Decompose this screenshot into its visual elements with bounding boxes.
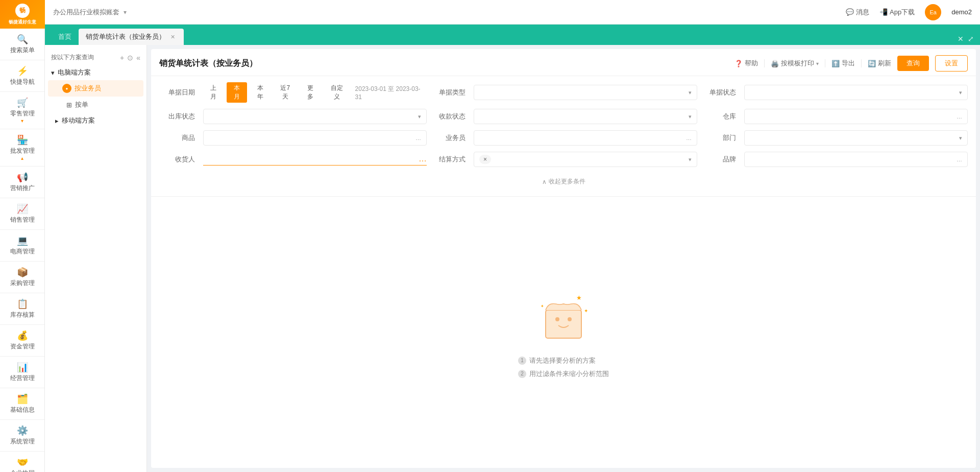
- date-btn-this-month[interactable]: 本月: [227, 82, 247, 103]
- stock-status-arrow: ▾: [418, 113, 421, 120]
- export-icon: ⬆️: [831, 60, 840, 67]
- query-button[interactable]: 查询: [897, 56, 929, 71]
- message-label: 消息: [856, 8, 869, 17]
- department-arrow: ▾: [959, 135, 962, 141]
- date-btn-this-year[interactable]: 本年: [250, 82, 271, 103]
- tab-report-label: 销货单统计表（按业务员）: [86, 32, 165, 41]
- mobile-section-arrow: ▸: [55, 117, 59, 125]
- refresh-button[interactable]: 🔄 刷新: [868, 59, 891, 68]
- date-btn-more[interactable]: 更多: [300, 82, 321, 103]
- brand-select[interactable]: …: [744, 152, 968, 167]
- message-button[interactable]: 💬 消息: [846, 8, 869, 17]
- page-title-bar: 销货单统计表（按业务员） ❓ 帮助 🖨️ 按模板打印 ▾ ⬆️: [151, 49, 976, 76]
- topbar-left: 办公用品行业模拟账套 ▾: [53, 8, 127, 17]
- sidebar-item-search[interactable]: 🔍 搜索菜单: [0, 29, 44, 60]
- sidebar-item-enterprise[interactable]: 🤝 企业协同: [0, 452, 44, 472]
- right-panel: 销货单统计表（按业务员） ❓ 帮助 🖨️ 按模板打印 ▾ ⬆️: [151, 49, 976, 468]
- user-avatar[interactable]: Ea: [925, 4, 941, 20]
- consignee-dots[interactable]: …: [419, 154, 427, 163]
- warehouse-select[interactable]: …: [744, 109, 968, 124]
- app-download-button[interactable]: 📲 App下载: [879, 8, 915, 17]
- tab-actions: ✕ ⤢: [958, 35, 974, 45]
- sidebar-basicinfo-label: 基础信息: [10, 406, 35, 414]
- panel-settings-icon[interactable]: ⊙: [127, 54, 133, 62]
- panel-item-order[interactable]: ⊞ 按单: [48, 97, 143, 113]
- panel-add-icon[interactable]: +: [120, 54, 124, 62]
- sidebar-item-wholesale[interactable]: 🏪 批发管理 ▴: [0, 129, 44, 167]
- topbar-right: 💬 消息 📲 App下载 Ea demo2: [846, 4, 972, 20]
- help-icon: ❓: [734, 60, 743, 67]
- settings-button[interactable]: 设置: [935, 55, 968, 72]
- consignee-input[interactable]: [203, 153, 427, 166]
- empty-illustration: ★ ✦ ✦: [533, 285, 594, 346]
- topbar-dropdown-icon[interactable]: ▾: [124, 9, 127, 16]
- tab-close-button[interactable]: ✕: [168, 33, 177, 41]
- export-label: 导出: [842, 59, 855, 68]
- stock-status-select[interactable]: ▾: [203, 109, 427, 124]
- payment-status-select[interactable]: ▾: [474, 109, 697, 124]
- department-select[interactable]: ▾: [744, 130, 968, 146]
- sidebar-item-sales[interactable]: 📈 销售管理: [0, 198, 44, 230]
- svg-point-5: [568, 317, 572, 321]
- salesperson-select[interactable]: …: [474, 130, 697, 146]
- export-button[interactable]: ⬆️ 导出: [831, 59, 855, 68]
- payment-status-arrow: ▾: [689, 113, 692, 120]
- panel-collapse-icon[interactable]: «: [136, 54, 140, 62]
- template-print-label: 按模板打印: [781, 59, 814, 68]
- sidebar-quicknav-label: 快捷导航: [10, 78, 35, 86]
- order-icon: ⊞: [66, 101, 72, 109]
- panel-header-label: 按以下方案查询: [51, 53, 94, 62]
- brand-control: …: [744, 152, 968, 167]
- date-btn-7days[interactable]: 近7天: [273, 82, 297, 103]
- date-btn-custom[interactable]: 自定义: [324, 82, 350, 103]
- ecommerce-icon: 💻: [17, 235, 28, 246]
- help-button[interactable]: ❓ 帮助: [734, 59, 758, 68]
- sidebar-item-operations[interactable]: 📊 经营管理: [0, 357, 44, 388]
- enterprise-icon: 🤝: [17, 457, 28, 468]
- settlement-select[interactable]: × ▾: [474, 152, 697, 167]
- goods-dots: …: [415, 135, 421, 141]
- sidebar-enterprise-label: 企业协同: [10, 469, 35, 472]
- settlement-tag-x[interactable]: ×: [483, 156, 487, 163]
- tab-home[interactable]: 首页: [51, 29, 79, 45]
- wholesale-icon: 🏪: [17, 134, 28, 146]
- brand-dots: …: [957, 156, 962, 162]
- tab-expand-icon[interactable]: ⤢: [968, 35, 974, 43]
- sidebar-retail-label: 零售管理: [10, 109, 35, 118]
- sidebar-item-quicknav[interactable]: ⚡ 快捷导航: [0, 60, 44, 92]
- template-print-button[interactable]: 🖨️ 按模板打印 ▾: [771, 59, 819, 68]
- sidebar-item-ecommerce[interactable]: 💻 电商管理: [0, 230, 44, 262]
- sidebar-sales-label: 销售管理: [10, 216, 35, 224]
- sidebar-item-basicinfo[interactable]: 🗂️ 基础信息: [0, 388, 44, 420]
- purchase-icon: 📦: [17, 267, 28, 278]
- doc-status-select[interactable]: ▾: [744, 85, 968, 100]
- sidebar-item-marketing[interactable]: 📢 营销推广: [0, 167, 44, 198]
- panel-item-salesperson[interactable]: ● 按业务员: [48, 80, 143, 97]
- collapse-label: 收起更多条件: [549, 177, 585, 186]
- marketing-icon: 📢: [17, 172, 28, 183]
- payment-status-label: 收款状态: [435, 112, 465, 121]
- sidebar-item-finance[interactable]: 💰 资金管理: [0, 325, 44, 357]
- mobile-section-label: 移动端方案: [62, 116, 95, 125]
- doc-type-arrow: ▾: [689, 89, 692, 96]
- stock-status-control: ▾: [203, 109, 427, 124]
- avatar-img: Ea: [930, 9, 937, 15]
- system-icon: ⚙️: [17, 425, 28, 436]
- date-btn-last-month[interactable]: 上月: [203, 82, 224, 103]
- sidebar-marketing-label: 营销推广: [10, 184, 35, 193]
- sidebar-item-inventory[interactable]: 📋 库存核算: [0, 293, 44, 325]
- doc-type-select[interactable]: ▾: [474, 85, 697, 100]
- tab-report[interactable]: 销货单统计表（按业务员） ✕: [79, 29, 184, 45]
- goods-select[interactable]: …: [203, 130, 427, 146]
- tab-minimize-icon[interactable]: ✕: [958, 35, 964, 43]
- panel-section-pc[interactable]: ▾ 电脑端方案: [45, 65, 146, 80]
- sidebar-item-system[interactable]: ⚙️ 系统管理: [0, 420, 44, 452]
- doc-status-arrow: ▾: [959, 89, 962, 96]
- doc-type-control: ▾: [474, 85, 697, 100]
- panel-section-mobile[interactable]: ▸ 移动端方案: [45, 113, 146, 128]
- filter-row-1: 单据日期 上月 本月 本年 近7天 更多 自定义 2023-03-01 至 20…: [159, 82, 968, 103]
- sidebar-item-purchase[interactable]: 📦 采购管理: [0, 262, 44, 293]
- collapse-button[interactable]: ∧ 收起更多条件: [159, 173, 968, 190]
- sidebar-item-retail[interactable]: 🛒 零售管理 ▾: [0, 92, 44, 129]
- svg-rect-0: [546, 310, 581, 338]
